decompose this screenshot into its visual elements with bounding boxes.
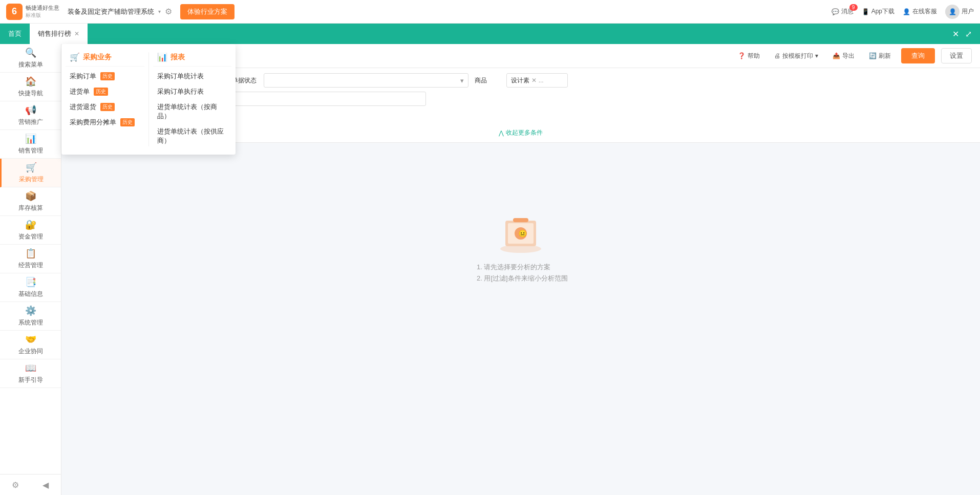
purchase-order-stat-label: 采购订单统计表 <box>157 72 204 81</box>
sidebar-label-marketing: 营销推广 <box>18 118 43 126</box>
help-label: 帮助 <box>748 52 760 60</box>
purchase-order-exec-label: 采购订单执行表 <box>157 87 204 96</box>
tab-sales-rank-label: 销售排行榜 <box>38 29 71 38</box>
finance-icon: 🔐 <box>25 219 36 230</box>
goods-more-dots[interactable]: ... <box>539 77 544 84</box>
empty-tip-1: 请先选择要分析的方案 <box>484 263 567 272</box>
dropdown-item-purchase-order-exec[interactable]: 采购订单执行表 <box>153 84 232 99</box>
purchase-expense-history-badge: 历史 <box>120 118 135 126</box>
sidebar-label-guide: 新手引导 <box>18 376 43 384</box>
inbound-stat-supplier-label: 进货单统计表（按供应商） <box>157 127 228 145</box>
tab-sales-rank[interactable]: 销售排行榜 ✕ <box>30 24 88 44</box>
refresh-icon: 🔄 <box>869 52 877 59</box>
print-template-btn[interactable]: 🖨 按模板打印 ▾ <box>770 50 822 62</box>
avatar-icon: 👤 <box>949 8 956 15</box>
goods-label: 商品 <box>475 76 500 85</box>
help-icon: ❓ <box>738 52 745 59</box>
header-right: 💬 消息 9 📱 App下载 👤 在线客服 👤 用户 <box>832 5 974 19</box>
tab-home[interactable]: 首页 <box>0 24 30 44</box>
search-icon: 🔍 <box>25 47 36 58</box>
export-icon: 📤 <box>833 52 840 59</box>
refresh-label: 刷新 <box>879 52 891 60</box>
inbound-label: 进货单 <box>70 87 90 96</box>
app-download-item[interactable]: 📱 App下载 <box>862 7 894 16</box>
print-icon: 🖨 <box>774 52 780 59</box>
sidebar-item-basic-info[interactable]: 📑 基础信息 <box>0 273 61 302</box>
refresh-btn[interactable]: 🔄 刷新 <box>865 50 895 62</box>
user-label: 用户 <box>962 7 974 16</box>
sidebar-item-quick-nav[interactable]: 🏠 快捷导航 <box>0 73 61 101</box>
sidebar-item-marketing[interactable]: 📢 营销推广 <box>0 101 61 130</box>
sidebar-item-sales[interactable]: 📊 销售管理 <box>0 130 61 159</box>
sidebar-label-basic-info: 基础信息 <box>18 290 43 298</box>
sidebar-item-search[interactable]: 🔍 搜索菜单 <box>0 44 61 73</box>
message-item[interactable]: 💬 消息 9 <box>832 7 854 16</box>
sidebar-item-inventory[interactable]: 📦 库存核算 <box>0 187 61 216</box>
user-item[interactable]: 👤 用户 <box>945 5 974 19</box>
dropdown-col-purchase: 🛒 采购业务 采购订单 历史 进货单 历史 进货退货 历史 采购费用分摊单 历史 <box>61 50 148 148</box>
sidebar-item-operations[interactable]: 📋 经营管理 <box>0 245 61 273</box>
print-dropdown-icon: ▾ <box>815 52 818 59</box>
sidebar-label-inventory: 库存核算 <box>18 204 43 212</box>
dropdown-item-inbound-stat-goods[interactable]: 进货单统计表（按商品） <box>153 99 232 124</box>
sidebar-collapse-btn[interactable]: ◀ <box>31 475 61 495</box>
purchase-expense-label: 采购费用分摊单 <box>70 118 116 127</box>
home-icon: 🏠 <box>25 76 36 87</box>
goods-filter[interactable]: 设计素 ✕ ... <box>506 73 568 88</box>
query-button[interactable]: 查询 <box>901 48 935 63</box>
system-dropdown-arrow[interactable]: ▾ <box>158 9 161 14</box>
enterprise-icon: 🤝 <box>25 334 36 345</box>
sidebar-settings-btn[interactable]: ⚙ <box>0 475 31 495</box>
sidebar-item-enterprise[interactable]: 🤝 企业协同 <box>0 331 61 359</box>
empty-text-block: 请先选择要分析的方案 用[过滤]条件来缩小分析范围 <box>474 263 567 285</box>
sidebar-item-purchase[interactable]: 🛒 采购管理 <box>0 159 61 187</box>
settings-icon[interactable]: ⚙ <box>165 7 172 16</box>
logo-icon: 6 <box>6 4 23 20</box>
tab-expand-btn[interactable]: ⤢ <box>963 27 974 41</box>
svg-text:😐: 😐 <box>518 229 527 238</box>
sales-icon: 📊 <box>25 133 36 144</box>
industry-btn[interactable]: 体验行业方案 <box>180 4 235 19</box>
sidebar-item-system[interactable]: ⚙️ 系统管理 <box>0 302 61 331</box>
status-select[interactable]: ▾ <box>264 73 468 88</box>
purchase-order-history-badge: 历史 <box>100 72 115 80</box>
operations-icon: 📋 <box>25 248 36 259</box>
marketing-icon: 📢 <box>25 104 36 116</box>
dropdown-item-purchase-order-stat[interactable]: 采购订单统计表 <box>153 69 232 84</box>
dropdown-item-inbound-stat-supplier[interactable]: 进货单统计表（按供应商） <box>153 124 232 148</box>
inbound-return-label: 进货退货 <box>70 102 96 112</box>
message-badge: 9 <box>849 4 858 11</box>
sidebar-label-enterprise: 企业协同 <box>18 347 43 356</box>
online-service-item[interactable]: 👤 在线客服 <box>903 7 937 16</box>
dropdown-item-inbound[interactable]: 进货单 历史 <box>66 84 144 99</box>
tab-home-label: 首页 <box>8 29 22 38</box>
tab-close-icon[interactable]: ✕ <box>74 30 79 37</box>
report-col-title-label: 报表 <box>171 53 185 62</box>
goods-tag-text: 设计素 <box>511 76 529 85</box>
basic-info-icon: 📑 <box>25 276 36 288</box>
status-select-arrow: ▾ <box>460 77 464 84</box>
sidebar-item-finance[interactable]: 🔐 资金管理 <box>0 216 61 245</box>
service-icon: 👤 <box>903 8 910 15</box>
inventory-icon: 📦 <box>25 190 36 202</box>
goods-tag-close[interactable]: ✕ <box>531 77 537 84</box>
guide-icon: 📖 <box>25 362 36 374</box>
purchase-col-icon: 🛒 <box>70 52 80 62</box>
dropdown-item-purchase-expense[interactable]: 采购费用分摊单 历史 <box>66 115 144 130</box>
tab-close-all-btn[interactable]: ✕ <box>950 27 961 41</box>
sidebar-label-purchase: 采购管理 <box>19 175 44 184</box>
salesman-filter[interactable]: ... <box>221 92 426 106</box>
dropdown-item-purchase-order[interactable]: 采购订单 历史 <box>66 69 144 84</box>
logo-text: 畅捷通好生意 <box>26 4 59 11</box>
export-btn[interactable]: 📤 导出 <box>828 50 859 62</box>
sidebar-label-quick-nav: 快捷导航 <box>18 89 43 98</box>
sidebar-label-search: 搜索菜单 <box>18 60 43 69</box>
logo-text-block: 畅捷通好生意 标准版 <box>26 4 59 18</box>
sidebar-item-guide[interactable]: 📖 新手引导 <box>0 359 61 388</box>
dropdown-item-inbound-return[interactable]: 进货退货 历史 <box>66 99 144 115</box>
empty-tip-2: 用[过滤]条件来缩小分析范围 <box>484 274 567 283</box>
help-btn[interactable]: ❓ 帮助 <box>734 50 764 62</box>
tab-actions: ✕ ⤢ <box>950 27 980 41</box>
empty-illustration: 😐 <box>490 205 551 256</box>
settings-button[interactable]: 设置 <box>941 48 972 63</box>
